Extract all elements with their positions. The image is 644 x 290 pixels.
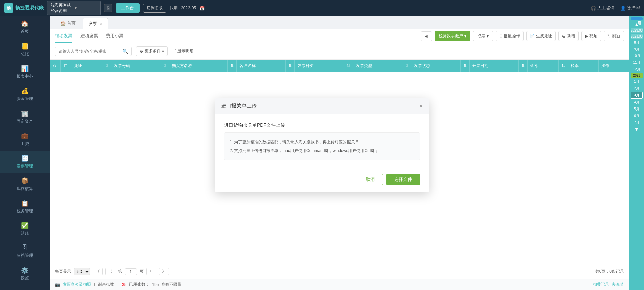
batch-icon: ⊞: [499, 34, 502, 38]
period-year-2023[interactable]: 2023: [631, 73, 643, 78]
sidebar-item-settings[interactable]: ⚙️ 设置: [0, 263, 50, 285]
period-open-button[interactable]: 开票日期: [631, 17, 643, 20]
first-page-button[interactable]: 《: [93, 268, 103, 275]
pagination-bar: 每页显示 50 《 〈 第 页 〉 》 共0页，0条记录: [50, 264, 629, 279]
period-7[interactable]: 7月: [631, 120, 643, 126]
period-12[interactable]: 12月: [631, 66, 643, 72]
grid-view-button[interactable]: ⊞: [421, 31, 432, 41]
search-input[interactable]: [59, 49, 122, 54]
period-expand-up[interactable]: ▲: [634, 22, 639, 27]
tax-account-button[interactable]: 税务数字账户 ▾: [435, 31, 470, 41]
sidebar-item-assets[interactable]: 🏢 固定资产: [0, 106, 50, 128]
tab-invoices[interactable]: 发票 ×: [83, 18, 108, 29]
col-checkbox[interactable]: ☐: [60, 60, 71, 72]
add-button[interactable]: ⊕ 新增: [558, 31, 579, 41]
modal-close-button[interactable]: ×: [419, 103, 423, 109]
check-invoice-label[interactable]: 发票查验及拍照: [63, 282, 91, 287]
period-3[interactable]: 3月: [631, 92, 643, 99]
col-cat-sort[interactable]: ⇅: [402, 60, 411, 72]
col-amount-sort[interactable]: ⇅: [558, 60, 568, 72]
copy-button[interactable]: ⎘: [104, 4, 112, 12]
col-v-sort[interactable]: ⇅: [102, 60, 111, 72]
modal-body: 进口货物报关单PDF文件上传 1. 为了更加精准的数据匹配，请先录入海关缴款书，…: [215, 114, 429, 168]
tax-icon: 📋: [21, 200, 29, 207]
sub-tab-sales[interactable]: 销项发票: [55, 29, 72, 43]
col-status-sort[interactable]: ⇅: [460, 60, 469, 72]
period-label: 账期: [170, 5, 178, 11]
page-input[interactable]: [125, 268, 137, 275]
deduct-record-link[interactable]: 扣费记录: [593, 282, 609, 287]
search-box[interactable]: 🔍: [55, 47, 132, 56]
recharge-link[interactable]: 去充值: [612, 282, 624, 287]
period-4[interactable]: 4月: [631, 99, 643, 105]
video-button[interactable]: ▶ 视频: [581, 31, 601, 41]
sidebar-item-guide[interactable]: 📖 新手引导: [0, 285, 50, 290]
period-8[interactable]: 8月: [631, 40, 643, 46]
sidebar-item-reports[interactable]: 📊 报表中心: [0, 61, 50, 83]
col-settings[interactable]: ⚙: [50, 60, 60, 72]
sidebar-item-settle[interactable]: ✅ 结账: [0, 218, 50, 240]
page-footer: 📷 发票查验及拍照 ℹ 剩余张数： -35 已用张数： 195 查验不限量 扣费…: [50, 279, 629, 290]
refresh-button[interactable]: ↻ 刷新: [604, 31, 624, 41]
modal-select-file-button[interactable]: 选择文件: [386, 174, 420, 185]
reports-icon: 📊: [21, 65, 29, 72]
sidebar-item-invoices[interactable]: 🧾 发票管理: [0, 151, 50, 173]
sub-tab-purchase[interactable]: 进项发票: [80, 29, 98, 43]
sidebar-item-home[interactable]: 🏠 首页: [0, 16, 50, 39]
show-detail-label[interactable]: 显示明细: [172, 48, 194, 54]
period-1[interactable]: 1月: [631, 79, 643, 85]
period-9[interactable]: 9月: [631, 46, 643, 52]
quxiao-button[interactable]: 取票 ▾: [473, 31, 493, 41]
period-2023-03-1[interactable]: 2023.03: [631, 28, 643, 33]
col-cust-sort[interactable]: ⇅: [286, 60, 295, 72]
generate-voucher-button[interactable]: 📄 生成凭证: [526, 31, 556, 41]
modal-header: 进口报关单上传 ×: [215, 98, 429, 114]
sidebar-item-funds[interactable]: 💰 资金管理: [0, 83, 50, 106]
ledger-icon: 📒: [21, 43, 29, 50]
modal-cancel-button[interactable]: 取消: [358, 174, 383, 185]
user-menu[interactable]: 👤 徐泽华: [620, 5, 640, 11]
sidebar-item-ledger[interactable]: 📒 总账: [0, 39, 50, 61]
next-page-button[interactable]: 〉: [146, 268, 156, 275]
last-page-button[interactable]: 》: [159, 268, 169, 275]
company-name: 沈海英测试经营勿删: [51, 2, 73, 14]
period-2023-03-2[interactable]: 2023.03: [631, 34, 643, 39]
col-inv-sort[interactable]: ⇅: [160, 60, 169, 72]
prev-page-button[interactable]: 〈: [105, 268, 115, 275]
period-expand-down[interactable]: ▼: [634, 127, 639, 132]
tab-home[interactable]: 🏠 首页: [55, 18, 81, 29]
per-page-select[interactable]: 50: [74, 268, 90, 275]
remaining-value: -35: [121, 282, 126, 287]
col-date-sort[interactable]: ⇅: [519, 60, 528, 72]
company-selector[interactable]: 沈海英测试经营勿删 ▾: [47, 1, 101, 15]
app-name: 畅捷通易代账: [15, 5, 44, 11]
filter-button[interactable]: ⚙ 更多条件 ▾: [136, 46, 168, 56]
modal-info-line2: 2. 支持批量上传进口报关单，mac用户使用Command键，windows用户…: [230, 147, 414, 155]
sub-tab-expense[interactable]: 费用小票: [106, 29, 123, 43]
sidebar-item-tax[interactable]: 📋 税务管理: [0, 196, 50, 218]
total-label: 共0页，0条记录: [595, 269, 624, 274]
sidebar-item-archive[interactable]: 🗄 归档管理: [0, 240, 50, 263]
period-11[interactable]: 11月: [631, 60, 643, 66]
period-panel: 开票日期 ▲ 2023.03 2023.03 8月 9月 10月 11月 12月…: [629, 16, 644, 290]
tab-close-button[interactable]: ×: [100, 21, 102, 26]
batch-ops-button[interactable]: ⊞ 批量操作: [496, 31, 524, 41]
col-buyer-sort[interactable]: ⇅: [227, 60, 236, 72]
user-icon: 👤: [620, 6, 626, 11]
switch-version-button[interactable]: 切到旧版: [143, 4, 166, 13]
calendar-icon[interactable]: 📅: [199, 6, 205, 11]
inventory-icon: 📦: [21, 177, 29, 185]
settings-icon: ⚙️: [21, 267, 29, 274]
modal-overlay[interactable]: 畅 畅捷通易代账 沈海英测试经营勿删 ▾ ⎘ 工作台 切到旧版 账期 2023-…: [0, 0, 644, 290]
service-btn[interactable]: 🎧 人工咨询: [591, 5, 615, 11]
period-5[interactable]: 5月: [631, 106, 643, 112]
sidebar-item-inventory[interactable]: 📦 库存核算: [0, 173, 50, 196]
check-icon: 📷: [55, 282, 60, 287]
col-type-sort[interactable]: ⇅: [344, 60, 353, 72]
period-10[interactable]: 10月: [631, 53, 643, 59]
period-2[interactable]: 2月: [631, 85, 643, 91]
workbench-button[interactable]: 工作台: [116, 3, 140, 13]
period-6[interactable]: 6月: [631, 113, 643, 119]
show-detail-checkbox[interactable]: [172, 49, 176, 53]
sidebar-item-salary[interactable]: 💼 工资: [0, 128, 50, 151]
